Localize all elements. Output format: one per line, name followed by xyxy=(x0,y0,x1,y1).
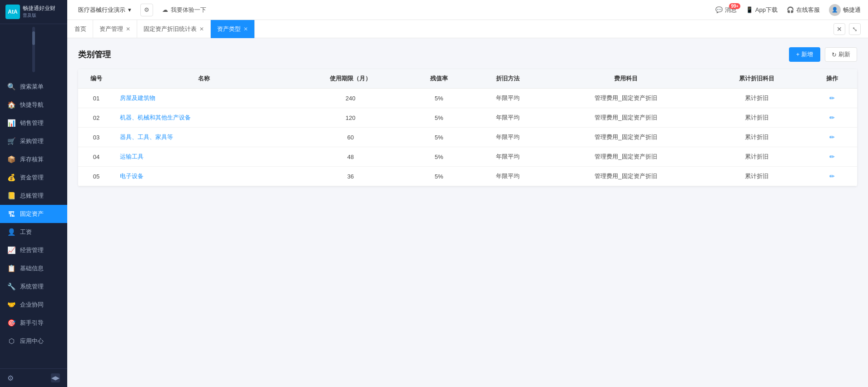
row-method: 年限平均 xyxy=(470,89,546,108)
data-table: 编号名称使用期限（月）残值率折旧方法费用科目累计折旧科目操作 01 房屋及建筑物… xyxy=(78,69,857,186)
tab-首页[interactable]: 首页 xyxy=(74,20,93,38)
column-header: 操作 xyxy=(808,69,857,89)
row-action[interactable]: ✏ xyxy=(808,108,857,128)
capital-icon: 💰 xyxy=(7,174,15,182)
app-download-icon: 📱 xyxy=(746,6,753,13)
tabs-bar: 首页资产管理✕固定资产折旧统计表✕资产类型✕ ✕ ⤡ xyxy=(67,20,868,38)
experience-btn[interactable]: ☁ 我要体验一下 xyxy=(159,4,210,16)
app-download-item[interactable]: 📱 App下载 xyxy=(746,6,778,14)
sidebar-item-guide[interactable]: 🎯 新手引导 xyxy=(0,314,67,332)
row-expense: 管理费用_固定资产折旧 xyxy=(546,108,706,128)
sidebar-item-ledger[interactable]: 📒 总账管理 xyxy=(0,187,67,205)
sidebar-item-operations[interactable]: 📈 经营管理 xyxy=(0,241,67,259)
customer-service-item[interactable]: 🎧 在线客服 xyxy=(787,6,820,14)
tab-close-icon[interactable]: ✕ xyxy=(243,26,248,32)
sidebar-item-basicinfo[interactable]: 📋 基础信息 xyxy=(0,259,67,278)
topbar-settings-btn[interactable]: ⚙ xyxy=(140,4,153,16)
row-expense: 管理费用_固定资产折旧 xyxy=(546,167,706,186)
sidebar-collapse-btn[interactable]: ◀▶ xyxy=(51,373,60,382)
sidebar-item-label: 资金管理 xyxy=(20,174,44,182)
tab-close-btn[interactable]: ✕ xyxy=(833,23,845,35)
row-residual: 5% xyxy=(407,108,470,128)
sidebar-item-cooperation[interactable]: 🤝 企业协同 xyxy=(0,296,67,314)
sidebar-item-label: 基础信息 xyxy=(20,264,44,273)
ledger-icon: 📒 xyxy=(7,192,15,200)
tab-资产类型[interactable]: 资产类型✕ xyxy=(211,20,255,38)
sidebar-item-label: 工资 xyxy=(20,228,32,236)
main-content: 医疗器械行业演示 ▾ ⚙ ☁ 我要体验一下 💬 消息 99 📱 App下载 🎧 … xyxy=(67,0,868,387)
edit-icon[interactable]: ✏ xyxy=(829,153,835,160)
row-period: 36 xyxy=(293,167,408,186)
table-row: 04 运输工具 48 5% 年限平均 管理费用_固定资产折旧 累计折旧 ✏ xyxy=(78,147,857,167)
row-method: 年限平均 xyxy=(470,108,546,128)
purchase-icon: 🛒 xyxy=(7,137,15,145)
app-version: 普及版 xyxy=(23,12,55,19)
notification-badge: 99 xyxy=(729,3,740,9)
sidebar-item-label: 销售管理 xyxy=(20,119,44,127)
row-id: 01 xyxy=(78,89,114,108)
sidebar-item-search[interactable]: 🔍 搜索菜单 xyxy=(0,78,67,96)
operations-icon: 📈 xyxy=(7,246,15,254)
sidebar-logo: AtA 畅捷通好业财 普及版 xyxy=(0,0,67,24)
sidebar-item-appcenter[interactable]: ⬡ 应用中心 xyxy=(0,332,67,350)
cloud-icon: ☁ xyxy=(162,6,168,13)
notification-item[interactable]: 💬 消息 99 xyxy=(715,6,737,14)
dropdown-icon: ▾ xyxy=(128,6,131,13)
row-name: 器具、工具、家具等 xyxy=(114,128,293,147)
sidebar-item-inventory[interactable]: 📦 库存核算 xyxy=(0,150,67,169)
basicinfo-icon: 📋 xyxy=(7,264,15,273)
new-button[interactable]: + 新增 xyxy=(789,47,820,62)
row-accumulated: 累计折旧 xyxy=(706,147,807,167)
row-action[interactable]: ✏ xyxy=(808,89,857,108)
sidebar-item-quicknav[interactable]: 🏠 快捷导航 xyxy=(0,96,67,114)
tab-固定资产折旧统计表[interactable]: 固定资产折旧统计表✕ xyxy=(137,20,211,38)
tab-label: 固定资产折旧统计表 xyxy=(144,25,197,33)
sidebar-item-purchase[interactable]: 🛒 采购管理 xyxy=(0,132,67,150)
row-action[interactable]: ✏ xyxy=(808,147,857,167)
row-name: 机器、机械和其他生产设备 xyxy=(114,108,293,128)
sidebar-item-label: 采购管理 xyxy=(20,137,44,145)
company-selector[interactable]: 医疗器械行业演示 ▾ xyxy=(74,4,135,16)
row-action[interactable]: ✏ xyxy=(808,167,857,186)
row-accumulated: 累计折旧 xyxy=(706,108,807,128)
app-logo-icon: AtA xyxy=(5,5,20,19)
column-header: 名称 xyxy=(114,69,293,89)
sidebar-item-payroll[interactable]: 👤 工资 xyxy=(0,223,67,241)
payroll-icon: 👤 xyxy=(7,228,15,236)
row-id: 02 xyxy=(78,108,114,128)
column-header: 编号 xyxy=(78,69,114,89)
user-item[interactable]: 👤 畅捷通 xyxy=(829,4,861,16)
customer-service-label: 在线客服 xyxy=(796,6,820,14)
row-name: 房屋及建筑物 xyxy=(114,89,293,108)
sales-icon: 📊 xyxy=(7,119,15,127)
table-row: 01 房屋及建筑物 240 5% 年限平均 管理费用_固定资产折旧 累计折旧 ✏ xyxy=(78,89,857,108)
sidebar-item-system[interactable]: 🔧 系统管理 xyxy=(0,278,67,296)
sidebar-item-label: 企业协同 xyxy=(20,301,44,309)
row-accumulated: 累计折旧 xyxy=(706,128,807,147)
inventory-icon: 📦 xyxy=(7,155,15,164)
sidebar-item-capital[interactable]: 💰 资金管理 xyxy=(0,169,67,187)
row-action[interactable]: ✏ xyxy=(808,128,857,147)
edit-icon[interactable]: ✏ xyxy=(829,134,835,141)
tab-label: 资产管理 xyxy=(99,25,123,33)
tab-label: 首页 xyxy=(74,25,86,33)
settings-icon[interactable]: ⚙ xyxy=(7,374,14,382)
cooperation-icon: 🤝 xyxy=(7,301,15,309)
tab-资产管理[interactable]: 资产管理✕ xyxy=(93,20,137,38)
edit-icon[interactable]: ✏ xyxy=(829,114,835,121)
tab-close-icon[interactable]: ✕ xyxy=(199,26,204,32)
refresh-button[interactable]: ↻ 刷新 xyxy=(825,47,857,62)
edit-icon[interactable]: ✏ xyxy=(829,173,835,180)
tab-close-icon[interactable]: ✕ xyxy=(126,26,130,32)
edit-icon[interactable]: ✏ xyxy=(829,94,835,102)
page-header: 类别管理 + 新增 ↻ 刷新 xyxy=(78,47,857,62)
column-header: 残值率 xyxy=(407,69,470,89)
table-header: 编号名称使用期限（月）残值率折旧方法费用科目累计折旧科目操作 xyxy=(78,69,857,89)
sidebar-item-label: 固定资产 xyxy=(20,210,44,218)
tab-expand-btn[interactable]: ⤡ xyxy=(849,23,861,35)
refresh-icon: ↻ xyxy=(832,51,837,58)
row-id: 04 xyxy=(78,147,114,167)
row-expense: 管理费用_固定资产折旧 xyxy=(546,89,706,108)
sidebar-item-fixedassets[interactable]: 🏗 固定资产 xyxy=(0,205,67,223)
sidebar-item-sales[interactable]: 📊 销售管理 xyxy=(0,114,67,132)
